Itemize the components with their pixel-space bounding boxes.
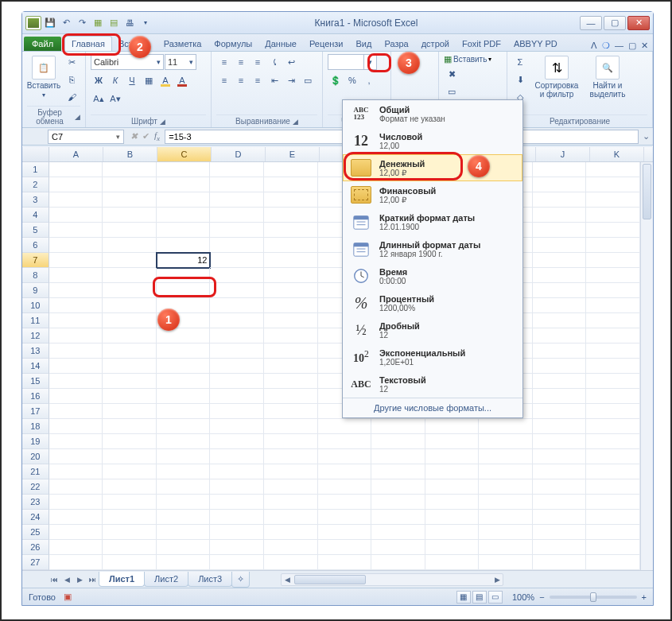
row-header[interactable]: 26 [22, 540, 49, 555]
row-header[interactable]: 5 [22, 223, 49, 238]
align-right-icon[interactable]: ≡ [250, 72, 266, 88]
cell[interactable] [103, 238, 157, 253]
cell[interactable] [264, 434, 318, 449]
cell[interactable] [157, 343, 211, 359]
number-format-item[interactable]: 12Числовой12,00 [343, 127, 522, 154]
row-header[interactable]: 3 [22, 192, 49, 208]
cell[interactable] [533, 540, 587, 555]
cell[interactable] [533, 313, 587, 328]
cell[interactable] [425, 419, 480, 434]
row-header[interactable]: 16 [22, 389, 49, 404]
cell[interactable] [210, 419, 264, 434]
underline-button[interactable]: Ч [124, 72, 140, 88]
enter-icon[interactable]: ✔ [142, 131, 150, 142]
cell[interactable] [49, 464, 103, 479]
cell[interactable] [210, 555, 264, 570]
tab-insert[interactable]: Вставка [112, 37, 157, 51]
cell[interactable] [210, 359, 264, 374]
cell[interactable] [264, 162, 318, 177]
cell[interactable] [49, 404, 103, 419]
cell[interactable] [210, 253, 264, 268]
comma-icon[interactable]: , [361, 72, 377, 88]
cell[interactable] [586, 283, 640, 298]
cell[interactable] [264, 525, 318, 540]
column-header[interactable]: J [536, 147, 590, 161]
cell[interactable] [49, 208, 103, 223]
tab-data[interactable]: Данные [258, 37, 303, 51]
fill-icon[interactable]: ⬇ [512, 72, 528, 87]
cell[interactable] [425, 540, 480, 555]
cell[interactable] [103, 223, 157, 238]
cell[interactable] [157, 328, 211, 343]
minimize-button[interactable]: — [580, 16, 602, 30]
cell[interactable] [49, 253, 103, 268]
cell[interactable] [425, 510, 480, 525]
expand-fxbar-icon[interactable]: ⌄ [639, 131, 653, 142]
cell[interactable] [157, 540, 211, 555]
cell[interactable] [49, 343, 103, 359]
cell[interactable] [157, 359, 211, 374]
row-header[interactable]: 13 [22, 343, 49, 359]
cell[interactable] [210, 268, 264, 283]
cell[interactable] [210, 374, 264, 389]
align-bottom-icon[interactable]: ≡ [250, 54, 266, 70]
cell[interactable] [318, 495, 372, 510]
tab-formulas[interactable]: Формулы [208, 37, 258, 51]
qat-dropdown-icon[interactable]: ▾ [138, 16, 153, 30]
tab-file[interactable]: Файл [24, 37, 61, 51]
cell[interactable] [586, 328, 640, 343]
cell[interactable] [264, 313, 318, 328]
shrink-font-icon[interactable]: A▾ [107, 91, 123, 107]
chevron-down-icon[interactable]: ▾ [363, 55, 376, 69]
wrap-text-icon[interactable]: ↩ [283, 54, 299, 70]
cell[interactable] [371, 525, 425, 540]
cell[interactable] [49, 238, 103, 253]
fill-color-button[interactable]: A [157, 72, 173, 88]
more-number-formats[interactable]: Другие числовые форматы... [343, 398, 522, 417]
cell[interactable] [49, 298, 103, 313]
cell[interactable] [479, 510, 533, 525]
cell[interactable] [103, 479, 157, 495]
number-format-combo[interactable]: ▾ [328, 54, 377, 70]
mdi-max-icon[interactable]: ▢ [628, 41, 636, 51]
cell[interactable] [49, 479, 103, 495]
cell[interactable] [103, 177, 157, 192]
cell[interactable] [49, 419, 103, 434]
cell[interactable] [210, 343, 264, 359]
maximize-button[interactable]: ▢ [604, 16, 626, 30]
cell[interactable] [425, 449, 480, 464]
cell[interactable] [157, 374, 211, 389]
cell[interactable] [157, 510, 211, 525]
cell[interactable] [533, 343, 587, 359]
cell[interactable] [533, 328, 587, 343]
row-header[interactable]: 14 [22, 359, 49, 374]
cell[interactable] [586, 343, 640, 359]
cell[interactable] [49, 177, 103, 192]
merge-icon[interactable]: ▭ [300, 72, 316, 88]
row-header[interactable]: 23 [22, 495, 49, 510]
cell[interactable] [157, 555, 211, 570]
cell[interactable] [371, 540, 425, 555]
save-icon[interactable]: 💾 [43, 16, 57, 30]
cell[interactable] [103, 162, 157, 177]
cell[interactable] [318, 510, 372, 525]
cell[interactable] [425, 434, 480, 449]
close-button[interactable]: ✕ [627, 16, 650, 30]
cell[interactable] [479, 495, 533, 510]
cell[interactable] [49, 359, 103, 374]
tab-foxit[interactable]: Foxit PDF [456, 37, 507, 51]
cell[interactable] [264, 555, 318, 570]
row-header[interactable]: 25 [22, 525, 49, 540]
cell[interactable] [49, 540, 103, 555]
sheet-tab[interactable]: Лист1 [99, 572, 145, 587]
cell[interactable] [264, 343, 318, 359]
autosum-icon[interactable]: Σ [512, 54, 528, 70]
number-format-item[interactable]: %Процентный1200,00% [343, 289, 522, 316]
cell[interactable] [586, 374, 640, 389]
excel-icon[interactable] [25, 16, 41, 30]
cell[interactable] [264, 268, 318, 283]
percent-icon[interactable]: % [344, 72, 360, 88]
row-header[interactable]: 8 [22, 268, 49, 283]
cell[interactable] [586, 389, 640, 404]
cell[interactable] [371, 495, 425, 510]
